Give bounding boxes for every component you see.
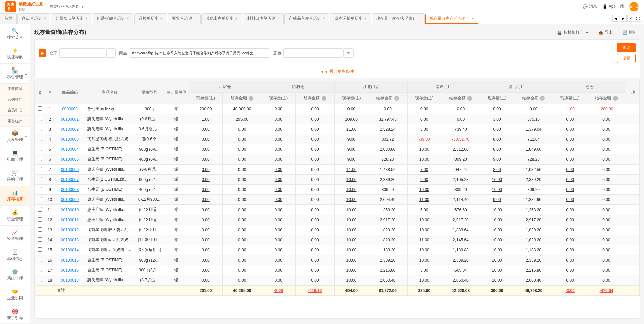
row-f-qty[interactable]: 1.00	[189, 114, 222, 124]
row-t-qty[interactable]: 0.00	[553, 175, 587, 185]
row-jb-qty[interactable]: 9.00	[334, 134, 368, 144]
sidebar-item-purchase[interactable]: 🛒 采购管理	[0, 166, 30, 186]
row-jb-qty[interactable]: 10.00	[334, 205, 368, 215]
row-nb-qty[interactable]: -39.00	[408, 134, 441, 144]
row-nb-qty[interactable]: 5.00	[408, 205, 441, 215]
sidebar-item-finance[interactable]: 💰 资金管理	[0, 206, 30, 226]
row-f-qty[interactable]: 0.00	[189, 265, 222, 275]
tab-11[interactable]: 现存量（库存分布表）✕	[425, 14, 478, 24]
row-nb-qty[interactable]: 3.00	[408, 124, 441, 134]
print-btn[interactable]: 🖨️ 按模板打印 ▼	[554, 28, 592, 37]
sidebar-item-collab[interactable]: 🤝 企业协同	[0, 285, 30, 305]
row-f-qty[interactable]: 0.00	[189, 144, 222, 154]
row-jb-qty[interactable]: 10.00	[334, 265, 368, 275]
jb-amt-info[interactable]: i	[394, 96, 399, 101]
row-jb-qty[interactable]: 9.00	[334, 154, 368, 165]
expand-sidebar-btn[interactable]: ▶	[39, 49, 46, 57]
export-btn[interactable]: 📤 导出	[595, 28, 616, 37]
tab-7[interactable]: 材料出库单历史✕	[243, 13, 284, 24]
row-nb-qty[interactable]: 0.00	[408, 114, 441, 124]
row-checkbox[interactable]	[35, 195, 45, 205]
row-jb-qty[interactable]: 10.00	[334, 195, 368, 205]
row-code[interactable]: 00100010	[55, 205, 85, 215]
sidebar-item-member[interactable]: 会员中心	[0, 105, 30, 116]
row-code[interactable]: 00100008	[55, 185, 85, 195]
sidebar-item-retail[interactable]: 🏪 零售管理 ▲	[0, 64, 30, 84]
row-v-qty[interactable]: 0.00	[262, 225, 295, 235]
message-btn[interactable]: 💬 消息	[583, 4, 597, 9]
row-code[interactable]: 0000003	[55, 104, 85, 114]
row-v-qty[interactable]: 0.00	[262, 235, 295, 245]
row-checkbox[interactable]	[35, 205, 45, 215]
row-t-qty[interactable]: 0.00	[553, 245, 587, 255]
tab-close-6[interactable]: ✕	[235, 17, 238, 20]
row-v-qty[interactable]: 0.00	[262, 265, 295, 275]
settings-icon[interactable]: ⚙	[38, 90, 42, 95]
v-amt-info[interactable]: i	[322, 96, 326, 101]
row-jb-qty[interactable]: 10.00	[334, 255, 368, 265]
row-nb-qty[interactable]: 10.00	[408, 275, 441, 286]
tab-expand-btn[interactable]: ⛶	[635, 15, 641, 22]
row-t-qty[interactable]: 0.00	[553, 144, 587, 154]
row-checkbox[interactable]	[35, 235, 45, 245]
row-jb-qty[interactable]: 10.00	[334, 275, 368, 286]
row-v-qty[interactable]: 0.00	[262, 185, 295, 195]
row-checkbox[interactable]	[35, 165, 45, 175]
row-jb-qty[interactable]: 9.00	[334, 144, 368, 154]
row-nb-qty[interactable]: 10.00	[408, 215, 441, 225]
query-btn[interactable]: 查询	[617, 43, 636, 52]
tab-close-10[interactable]: ✕	[418, 17, 420, 20]
tab-close-9[interactable]: ✕	[364, 17, 367, 20]
row-t-qty[interactable]: 0.00	[553, 265, 587, 275]
row-code[interactable]: 00100009	[55, 195, 85, 205]
row-t-qty[interactable]: 0.00	[553, 215, 587, 225]
row-code[interactable]: 00100007	[55, 175, 85, 185]
tab-10[interactable]: 现存量（库存状况表）✕	[372, 13, 425, 24]
row-t-qty[interactable]: 0.00	[553, 225, 587, 235]
row-checkbox[interactable]	[35, 215, 45, 225]
row-f-qty[interactable]: 200.00	[189, 104, 222, 114]
row-yb-qty[interactable]: 8.00	[480, 134, 514, 144]
sidebar-item-system[interactable]: ⚙️ 系统管理	[0, 265, 30, 285]
row-t-qty[interactable]: 0.00	[553, 275, 587, 286]
row-code[interactable]: 00100005	[55, 154, 85, 165]
row-nb-qty[interactable]: 10.00	[408, 154, 441, 165]
row-f-qty[interactable]: 0.00	[189, 255, 222, 265]
row-yb-qty[interactable]: 8.00	[480, 144, 514, 154]
row-code[interactable]: 00100016	[55, 265, 85, 275]
row-v-qty[interactable]: 0.00	[262, 195, 295, 205]
sidebar-item-basic-info[interactable]: 📋 基础信息	[0, 245, 30, 265]
row-t-qty[interactable]: 0.00	[553, 124, 587, 134]
tab-close-all-btn[interactable]: ✕	[627, 15, 634, 22]
color-input[interactable]	[283, 48, 344, 58]
row-f-qty[interactable]: 0.00	[189, 275, 222, 286]
row-checkbox[interactable]	[35, 144, 45, 154]
row-jb-qty[interactable]: 10.00	[334, 185, 368, 195]
row-v-qty[interactable]: 0.00	[262, 104, 295, 114]
sidebar-item-retail-stats[interactable]: 零售统计	[0, 116, 30, 127]
row-f-qty[interactable]: 0.00	[189, 124, 222, 134]
row-t-qty[interactable]: 0.00	[553, 114, 587, 124]
tab-prev-btn[interactable]: ◀	[612, 15, 619, 22]
row-jb-qty[interactable]: 11.00	[334, 165, 368, 175]
tab-next-btn[interactable]: ▶	[620, 15, 627, 22]
row-v-qty[interactable]: 0.00	[262, 175, 295, 185]
row-yb-qty[interactable]: 10.00	[480, 175, 514, 185]
tab-close-2[interactable]: ✕	[85, 17, 88, 20]
row-f-qty[interactable]: 0.00	[189, 225, 222, 235]
t-amt-info[interactable]: i	[613, 96, 618, 101]
row-v-qty[interactable]: 0.00	[262, 215, 295, 225]
color-dropdown-btn[interactable]: ▼	[344, 48, 354, 58]
tab-2[interactable]: 分量盘点单历史✕	[51, 13, 92, 24]
sidebar-item-search[interactable]: 🔍 搜索英单	[0, 24, 30, 44]
row-nb-qty[interactable]: 10.00	[408, 185, 441, 195]
row-jb-qty[interactable]: 11.00	[334, 124, 368, 134]
row-v-qty[interactable]: 0.00	[262, 154, 295, 165]
row-checkbox[interactable]	[35, 154, 45, 165]
sidebar-item-inventory[interactable]: 📊 库存核算	[0, 186, 30, 206]
row-f-qty[interactable]: 0.00	[189, 195, 222, 205]
row-code[interactable]: 00100012	[55, 225, 85, 235]
row-t-qty[interactable]: 0.00	[553, 195, 587, 205]
row-f-qty[interactable]: 0.00	[189, 154, 222, 165]
row-yb-qty[interactable]: 10.00	[480, 235, 514, 245]
